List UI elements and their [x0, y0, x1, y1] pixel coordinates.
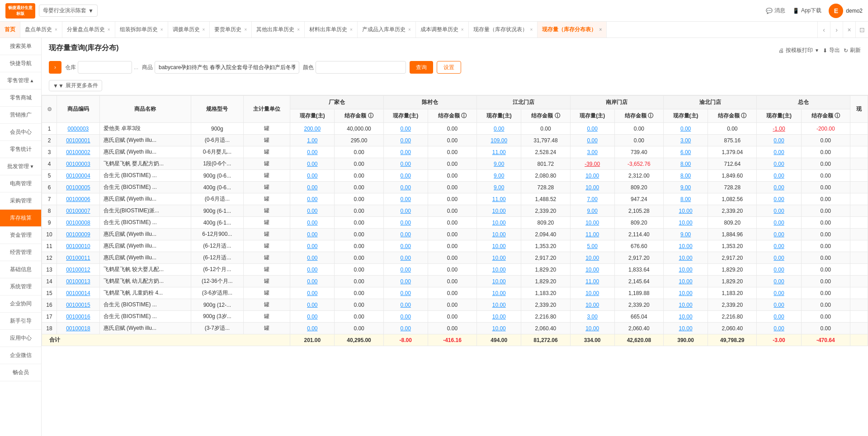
cell-code[interactable]: 00100013 — [57, 276, 100, 287]
cell-chencun-qty[interactable]: 0.00 — [383, 217, 428, 229]
cell-changjia-qty[interactable]: 0.00 — [290, 287, 335, 299]
close-icon[interactable]: × — [408, 27, 411, 32]
cell-chencun-qty[interactable]: 0.00 — [383, 299, 428, 311]
cell-code[interactable]: 00100004 — [57, 170, 100, 182]
collapse-btn[interactable]: › — [49, 61, 61, 74]
system-selector[interactable]: 母婴行业演示陈套 ▼ — [39, 5, 98, 17]
cell-jiangbei-qty[interactable]: 11.00 — [477, 146, 521, 158]
sidebar-item-guide[interactable]: 新手引导 — [0, 313, 41, 330]
cell-changjia-qty[interactable]: 0.00 — [290, 146, 335, 158]
nav-expand-btn[interactable]: ⊡ — [855, 22, 868, 38]
cell-zong-qty[interactable]: 0.00 — [757, 323, 801, 334]
cell-chencun-qty[interactable]: 0.00 — [383, 193, 428, 205]
cell-zong-qty[interactable]: 0.00 — [757, 311, 801, 323]
cell-nanan-qty[interactable]: 5.00 — [570, 240, 614, 252]
cell-nanan-qty[interactable]: 3.00 — [570, 311, 614, 323]
cell-code[interactable]: 0000003 — [57, 123, 100, 135]
cell-jiangbei-qty[interactable]: 10.00 — [477, 276, 521, 287]
cell-chencun-qty[interactable]: 0.00 — [383, 240, 428, 252]
cell-jiangbei-qty[interactable]: 10.00 — [477, 287, 521, 299]
cell-yubei-qty[interactable]: 9.00 — [663, 229, 708, 240]
tab-home[interactable]: 首页 — [0, 22, 20, 38]
close-icon[interactable]: × — [461, 27, 464, 32]
cell-zong-qty[interactable]: 0.00 — [757, 193, 801, 205]
cell-jiangbei-qty[interactable]: 0.00 — [477, 123, 521, 135]
sidebar-item-system[interactable]: 系统管理 — [0, 278, 41, 295]
cell-chencun-qty[interactable]: 0.00 — [383, 311, 428, 323]
cell-nanan-qty[interactable]: 10.00 — [570, 323, 614, 334]
cell-chencun-qty[interactable]: 0.00 — [383, 287, 428, 299]
cell-code[interactable]: 00100001 — [57, 135, 100, 146]
cell-zong-qty[interactable]: 0.00 — [757, 146, 801, 158]
cell-zong-qty[interactable]: 0.00 — [757, 170, 801, 182]
cell-jiangbei-qty[interactable]: 11.00 — [477, 193, 521, 205]
cell-yubei-qty[interactable]: 10.00 — [663, 252, 708, 264]
cell-nanan-qty[interactable]: 10.00 — [570, 182, 614, 193]
cell-code[interactable]: 00100008 — [57, 217, 100, 229]
cell-code[interactable]: 00100016 — [57, 311, 100, 323]
warehouse-input[interactable] — [78, 61, 132, 74]
sidebar-item-retail-shop[interactable]: 零售商城 — [0, 89, 41, 107]
sidebar-item-basic[interactable]: 基础信息 — [0, 261, 41, 278]
sidebar-item-quick-nav[interactable]: 快捷导航 — [0, 55, 41, 72]
export-btn[interactable]: ⬇ 导出 — [823, 47, 840, 54]
cell-zong-qty[interactable]: 0.00 — [757, 299, 801, 311]
sidebar-item-appstore[interactable]: 应用中心 — [0, 330, 41, 347]
cell-nanan-qty[interactable]: 7.00 — [570, 193, 614, 205]
cell-jiangbei-qty[interactable]: 10.00 — [477, 217, 521, 229]
product-input[interactable] — [155, 61, 299, 74]
cell-changjia-qty[interactable]: 0.00 — [290, 240, 335, 252]
nav-next-btn[interactable]: › — [830, 22, 843, 38]
cell-zong-qty[interactable]: 0.00 — [757, 229, 801, 240]
cell-changjia-qty[interactable]: 0.00 — [290, 170, 335, 182]
cell-chencun-qty[interactable]: 0.00 — [383, 158, 428, 170]
expand-more-btn[interactable]: ▼▼ 展开更多条件 — [49, 80, 102, 91]
settings-icon[interactable]: ⚙ — [46, 106, 53, 113]
close-icon[interactable]: × — [530, 27, 533, 32]
cell-yubei-qty[interactable]: 8.00 — [663, 170, 708, 182]
cell-jiangbei-qty[interactable]: 10.00 — [477, 205, 521, 217]
cell-zong-qty[interactable]: 0.00 — [757, 158, 801, 170]
settings-btn[interactable]: 设置 — [437, 61, 461, 74]
cell-nanan-qty[interactable]: 11.00 — [570, 276, 614, 287]
sidebar-item-retail-mgmt[interactable]: 零售管理▲ — [0, 72, 41, 89]
cell-yubei-qty[interactable]: 3.00 — [663, 135, 708, 146]
warehouse-dots[interactable]: ... — [134, 64, 138, 70]
cell-yubei-qty[interactable]: 10.00 — [663, 323, 708, 334]
sidebar-item-member[interactable]: 会员中心 — [0, 124, 41, 141]
nav-prev-btn[interactable]: ‹ — [817, 22, 830, 38]
cell-changjia-qty[interactable]: 0.00 — [290, 311, 335, 323]
cell-chencun-qty[interactable]: 0.00 — [383, 135, 428, 146]
cell-changjia-qty[interactable]: 0.00 — [290, 217, 335, 229]
close-icon[interactable]: × — [599, 27, 602, 32]
cell-chencun-qty[interactable]: 0.00 — [383, 323, 428, 334]
cell-jiangbei-qty[interactable]: 9.00 — [477, 158, 521, 170]
cell-code[interactable]: 00100002 — [57, 146, 100, 158]
cell-changjia-qty[interactable]: 0.00 — [290, 299, 335, 311]
cell-zong-qty[interactable]: 0.00 — [757, 182, 801, 193]
cell-chencun-qty[interactable]: 0.00 — [383, 252, 428, 264]
sidebar-item-vip[interactable]: 畅会员 — [0, 364, 41, 381]
cell-chencun-qty[interactable]: 0.00 — [383, 170, 428, 182]
cell-zong-qty[interactable]: 0.00 — [757, 135, 801, 146]
tab-inventory-single[interactable]: 盘点单历史 × — [20, 22, 62, 38]
cell-yubei-qty[interactable]: 6.00 — [663, 146, 708, 158]
cell-jiangbei-qty[interactable]: 10.00 — [477, 311, 521, 323]
tab-other-out[interactable]: 其他出库单历史 × — [252, 22, 305, 38]
cell-zong-qty[interactable]: 0.00 — [757, 287, 801, 299]
cell-nanan-qty[interactable]: 0.00 — [570, 123, 614, 135]
sidebar-item-retail-stat[interactable]: 零售统计 — [0, 141, 41, 158]
cell-yubei-qty[interactable]: 8.00 — [663, 158, 708, 170]
cell-code[interactable]: 00100009 — [57, 229, 100, 240]
tab-requisition[interactable]: 要货单历史 × — [210, 22, 252, 38]
cell-nanan-qty[interactable]: 10.00 — [570, 170, 614, 182]
cell-jiangbei-qty[interactable]: 10.00 — [477, 299, 521, 311]
cell-nanan-qty[interactable]: 10.00 — [570, 264, 614, 276]
sidebar-item-enterprise[interactable]: 企业协同 — [0, 295, 41, 313]
close-icon[interactable]: × — [203, 27, 205, 32]
close-icon[interactable]: × — [55, 27, 57, 32]
cell-code[interactable]: 00100011 — [57, 252, 100, 264]
cell-code[interactable]: 00100015 — [57, 299, 100, 311]
cell-yubei-qty[interactable]: 10.00 — [663, 264, 708, 276]
cell-changjia-qty[interactable]: 0.00 — [290, 323, 335, 334]
